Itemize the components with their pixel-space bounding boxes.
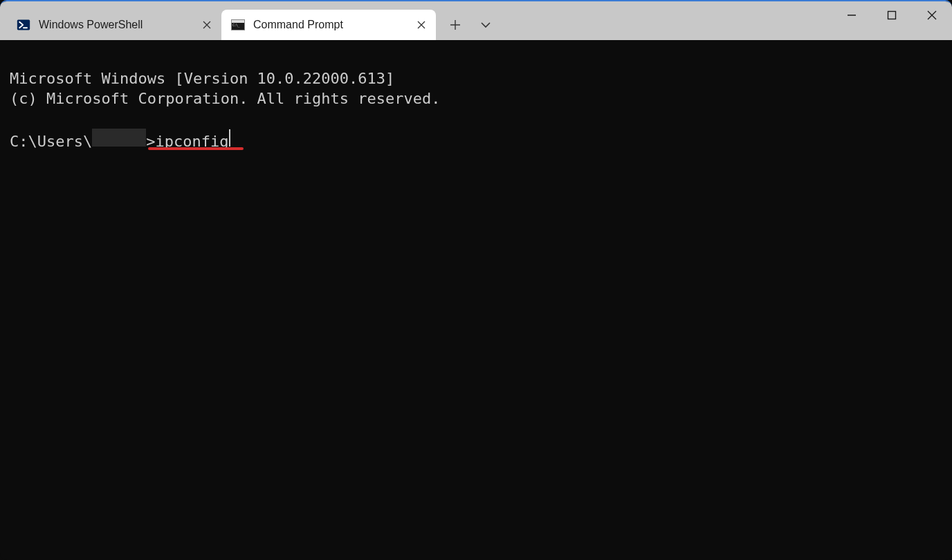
prompt-path-prefix: C:\Users\ bbox=[10, 131, 92, 151]
tab-command-prompt[interactable]: Command Prompt bbox=[221, 10, 436, 40]
terminal-output[interactable]: Microsoft Windows [Version 10.0.22000.61… bbox=[0, 40, 952, 560]
annotation-underline bbox=[148, 147, 244, 150]
tab-close-button[interactable] bbox=[201, 19, 213, 31]
new-tab-button[interactable] bbox=[441, 12, 469, 37]
prompt-line: C:\Users\>ipconfig bbox=[10, 129, 942, 151]
tab-powershell[interactable]: Windows PowerShell bbox=[7, 10, 221, 40]
tab-dropdown-button[interactable] bbox=[472, 12, 500, 37]
tab-strip: Windows PowerShell Command Prompt bbox=[0, 1, 500, 40]
text-cursor bbox=[229, 129, 230, 147]
powershell-icon bbox=[17, 18, 30, 32]
banner-line: (c) Microsoft Corporation. All rights re… bbox=[10, 90, 441, 107]
tab-title: Command Prompt bbox=[253, 19, 425, 31]
tab-toolbar bbox=[436, 10, 500, 40]
tab-close-button[interactable] bbox=[415, 19, 428, 31]
titlebar: Windows PowerShell Command Prompt bbox=[0, 1, 952, 40]
close-window-button[interactable] bbox=[912, 1, 952, 29]
minimize-button[interactable] bbox=[832, 1, 872, 29]
cmd-icon bbox=[231, 18, 245, 32]
banner-line: Microsoft Windows [Version 10.0.22000.61… bbox=[10, 70, 394, 87]
maximize-button[interactable] bbox=[872, 1, 912, 29]
tab-title: Windows PowerShell bbox=[39, 19, 210, 31]
window-controls bbox=[832, 1, 952, 29]
svg-rect-4 bbox=[888, 12, 896, 19]
redacted-username bbox=[92, 129, 146, 147]
